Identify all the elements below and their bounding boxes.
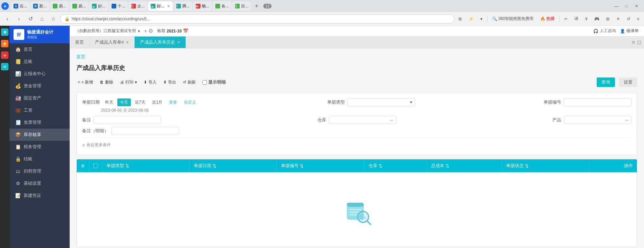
sidebar-item-home[interactable]: 🏠 首页 — [9, 43, 70, 55]
sidebar-item-salary[interactable]: 💼 工资 — [9, 104, 70, 116]
sidebar-item-ledger[interactable]: 📒 总账 — [9, 55, 70, 68]
gamepad-button[interactable]: 🎮 — [592, 14, 601, 24]
window-close-button[interactable]: ✕ — [632, 2, 641, 10]
sort-warehouse[interactable]: 仓库 ⇅ — [368, 163, 382, 169]
th-date[interactable]: 单据日期 ⇅ — [190, 159, 277, 172]
sidebar-item-archive[interactable]: 🗂 归档管理 — [9, 165, 70, 177]
browser-tab-4[interactable]: 易... — [70, 1, 89, 11]
window-minimize-button[interactable]: — — [612, 2, 621, 10]
browser-tab-1[interactable]: 在 在... — [11, 1, 30, 11]
sidebar-item-funds[interactable]: 💰 资金管理 — [9, 80, 70, 92]
settings-button-action[interactable]: 设置 — [619, 77, 637, 87]
browser-tab-12[interactable]: S 目... — [232, 1, 251, 11]
refresh-button[interactable]: ↺ — [26, 14, 35, 24]
scissors-button[interactable]: ✂ — [562, 14, 570, 24]
sidebar-item-tax[interactable]: 📋 税务管理 — [9, 141, 70, 153]
date-today[interactable]: 今天 — [117, 98, 131, 106]
new-button[interactable]: + + 新增 — [76, 79, 94, 86]
bookmark-button[interactable]: ☆ — [49, 14, 58, 24]
import-button[interactable]: ⬇ 导入 — [142, 79, 158, 86]
browser-tab-10[interactable]: M 畅... — [193, 1, 212, 11]
warehouse-select[interactable]: ··· — [329, 116, 397, 124]
app-icon-1[interactable]: ✿ — [1, 28, 8, 36]
dropdown-button[interactable]: ▾ — [478, 14, 484, 24]
window-maximize-button[interactable]: □ — [622, 2, 631, 10]
forward-button[interactable]: › — [14, 14, 24, 24]
note-input[interactable] — [94, 116, 161, 124]
th-settings[interactable]: ⚙ — [77, 159, 89, 172]
sort-number[interactable]: 单据编号 ⇅ — [281, 163, 304, 169]
grid-icon-button[interactable]: ⊞ — [456, 14, 464, 24]
th-number[interactable]: 单据编号 ⇅ — [277, 159, 364, 172]
lightning-icon-button[interactable]: ⚡ — [467, 14, 476, 24]
th-warehouse[interactable]: 仓库 ⇅ — [364, 159, 427, 172]
page-tab-home[interactable]: 首页 — [70, 37, 90, 48]
browser-tab-9[interactable]: T 腾... — [173, 1, 192, 11]
content-close-button[interactable]: ✕ — [631, 39, 636, 46]
browser-settings-button[interactable]: ≡ — [635, 14, 641, 24]
breadcrumb-home[interactable]: 首页 — [76, 54, 85, 60]
delete-button[interactable]: 🗑 删除 — [98, 79, 115, 86]
collapse-button[interactable]: ∧ 收起更多条件 — [82, 141, 631, 149]
type-select[interactable]: ▾ — [348, 98, 415, 106]
date-1month[interactable]: 近1月 — [149, 98, 165, 106]
back-button[interactable]: ‹ — [3, 14, 12, 24]
user-profile[interactable]: 👤 徐泽华 — [620, 28, 639, 34]
sidebar-item-closing[interactable]: 🔒 结账 — [9, 153, 70, 165]
sidebar-item-new-voucher[interactable]: 📝 新建凭证 — [9, 189, 70, 202]
home-button[interactable]: ⌂ — [37, 14, 47, 24]
user-service-button[interactable]: 🎧 人工咨询 — [593, 28, 616, 34]
hot-search-button[interactable]: 🔥 热搜 — [538, 14, 556, 24]
sort-cost[interactable]: 总成本 ⇅ — [431, 163, 449, 169]
url-bar[interactable]: 🔒 https://cloud.chanjet.com/accounting/u… — [60, 14, 454, 24]
page-tab-list-close[interactable]: ✕ — [126, 40, 129, 45]
browser-tab-8[interactable]: ☁ 好... ✕ — [148, 1, 173, 11]
sort-status[interactable]: 单据状态 ⇅ — [506, 163, 529, 169]
display-checkbox[interactable] — [202, 80, 207, 85]
number-input[interactable] — [564, 98, 631, 106]
sidebar-item-invoice[interactable]: 🧾 发票管理 — [9, 116, 70, 129]
brightness-button[interactable]: ☀ — [614, 14, 622, 24]
export-button[interactable]: ⬆ 导出 — [162, 79, 177, 86]
th-status[interactable]: 单据状态 ⇅ — [502, 159, 589, 172]
app-icon-2[interactable]: ⭐ — [1, 40, 8, 47]
date-custom[interactable]: 自定义 — [181, 98, 199, 106]
calendar-icon[interactable]: 📅 — [183, 28, 188, 33]
browser-tab-6[interactable]: 个... — [109, 1, 128, 11]
date-7days[interactable]: 近7天 — [132, 98, 148, 106]
detail-note-input[interactable] — [111, 127, 179, 135]
page-tab-history-close[interactable]: ✕ — [177, 40, 180, 45]
app-icon-3[interactable]: w — [1, 51, 8, 59]
layout-button[interactable]: ⊞ — [604, 14, 612, 24]
sidebar-item-reports[interactable]: 📊 云报表中心 — [9, 68, 70, 80]
th-cost[interactable]: 总成本 ⇅ — [427, 159, 502, 172]
date-more[interactable]: 更多 — [166, 98, 180, 106]
header-checkbox[interactable] — [93, 163, 98, 168]
browser-tab-7[interactable]: C 企... — [128, 1, 147, 11]
display-option[interactable]: 显示明细 — [202, 79, 226, 85]
browser-tab-5[interactable]: ☁ 好... — [89, 1, 108, 11]
browser-tab-3[interactable]: 易... — [50, 1, 69, 11]
print-button[interactable]: 🖨 打印 ▾ — [119, 79, 138, 86]
product-select[interactable]: ··· — [564, 116, 631, 124]
search-bar-icon[interactable]: 🔍 360智能抠图免费用 — [490, 14, 535, 24]
page-tab-list[interactable]: 产成品入库单# ✕ — [90, 37, 135, 48]
add-button[interactable]: + — [144, 28, 147, 34]
refresh-button-action[interactable]: ↺ 刷新 — [182, 79, 197, 86]
th-type[interactable]: 单据类型 ⇅ — [102, 159, 190, 172]
page-tab-history[interactable]: 产成品入库单历史 ✕ — [135, 37, 186, 48]
sidebar-item-fixed-assets[interactable]: 🏭 固定资产 — [9, 92, 70, 104]
yuan-button[interactable]: ¥ — [583, 14, 590, 24]
app-icon-4[interactable]: ✉ — [1, 63, 8, 70]
sidebar-item-basic[interactable]: ⚙ 基础设置 — [9, 177, 70, 189]
sort-type[interactable]: 单据类型 ⇅ — [106, 163, 129, 169]
query-button[interactable]: 查询 — [597, 77, 615, 87]
tab-close-8[interactable]: ✕ — [167, 4, 170, 8]
browser-tab-2[interactable]: 新 新... — [30, 1, 49, 11]
new-tab-button[interactable]: + — [252, 1, 261, 11]
content-expand-button[interactable]: ⊡ — [637, 39, 641, 46]
company-selector[interactable]: （勿删勿禁用）江西服宝测试专用 ▾ — [75, 28, 140, 34]
translate-button[interactable]: 译 — [572, 14, 580, 24]
undo-button[interactable]: ↺ — [625, 14, 632, 24]
browser-tab-11[interactable]: 各... — [213, 1, 232, 11]
